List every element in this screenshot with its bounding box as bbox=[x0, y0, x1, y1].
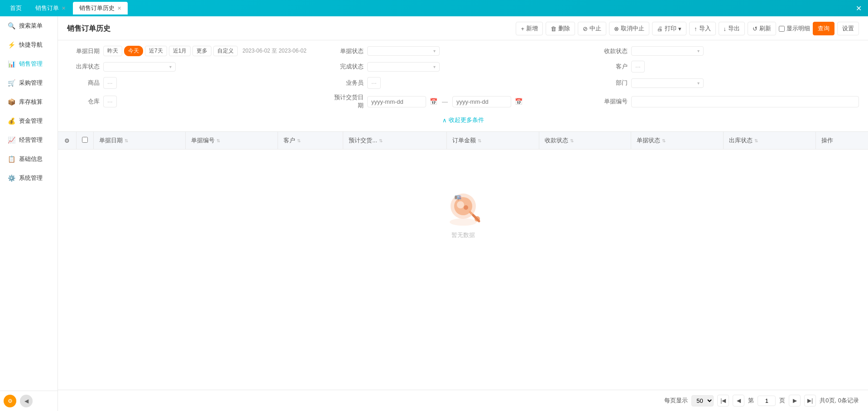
sidebar-item-operations[interactable]: 📈 经营管理 bbox=[0, 131, 58, 150]
delete-icon: 🗑 bbox=[551, 25, 556, 32]
per-page-select[interactable]: 50 bbox=[691, 395, 714, 406]
bill-status-control: ▾ bbox=[367, 46, 595, 56]
quicknav-icon: ⚡ bbox=[7, 41, 15, 49]
import-button[interactable]: ↑ 导入 bbox=[689, 22, 716, 35]
last-page-btn[interactable]: ▶| bbox=[804, 395, 816, 406]
add-icon: + bbox=[521, 25, 524, 32]
col-customer-sort[interactable]: 客户 ⇅ bbox=[283, 136, 337, 145]
empty-illustration: 📭 bbox=[441, 186, 486, 231]
date-1month-btn[interactable]: 近1月 bbox=[169, 46, 191, 56]
sidebar-item-basic-info[interactable]: 📋 基础信息 bbox=[0, 150, 58, 169]
page-title: 销售订单历史 bbox=[67, 24, 110, 34]
sidebar-item-purchase[interactable]: 🛒 采购管理 bbox=[0, 73, 58, 92]
first-page-btn[interactable]: |◀ bbox=[717, 395, 729, 406]
warehouse-dots-btn[interactable]: ··· bbox=[103, 96, 117, 107]
sidebar-item-sales[interactable]: 📊 销售管理 bbox=[0, 54, 58, 73]
setting-button[interactable]: 设置 bbox=[837, 22, 859, 35]
window-close-icon[interactable]: ✕ bbox=[853, 4, 864, 13]
stop-button[interactable]: ⊘ 中止 bbox=[578, 22, 606, 35]
col-customer: 客户 ⇅ bbox=[278, 132, 343, 150]
svg-point-0 bbox=[450, 218, 477, 226]
col-delivery-sort[interactable]: 预计交货... ⇅ bbox=[349, 136, 441, 145]
col-number-sort[interactable]: 单据编号 ⇅ bbox=[191, 136, 272, 145]
refresh-button[interactable]: ↺ 刷新 bbox=[748, 22, 776, 35]
col-date-sort[interactable]: 单据日期 ⇅ bbox=[99, 136, 180, 145]
display-detail-checkbox[interactable] bbox=[779, 26, 785, 32]
search-button[interactable]: 查询 bbox=[813, 22, 834, 35]
print-icon: 🖨 bbox=[657, 25, 663, 32]
delivery-date-end[interactable] bbox=[452, 96, 511, 107]
col-amount: 订单金额 ⇅ bbox=[446, 132, 539, 150]
empty-state-row: 📭 暂无数据 bbox=[58, 150, 868, 276]
pagination-bar: 每页显示 50 |◀ ◀ 第 页 ▶ ▶| 共0页, 0条记录 bbox=[58, 390, 868, 411]
delivery-date-start[interactable] bbox=[367, 96, 426, 107]
pay-status-arrow-icon: ▾ bbox=[697, 48, 700, 53]
delivery-date-control: 📅 — 📅 bbox=[367, 96, 595, 107]
sidebar-item-search[interactable]: 🔍 搜索菜单 bbox=[0, 16, 58, 35]
goods-dots-btn[interactable]: ··· bbox=[103, 77, 117, 89]
main-layout: 🔍 搜索菜单 ⚡ 快捷导航 📊 销售管理 🛒 采购管理 📦 库存核算 💰 资金管… bbox=[0, 16, 868, 411]
col-date: 单据日期 ⇅ bbox=[93, 132, 186, 150]
table-settings-icon[interactable]: ⚙ bbox=[64, 137, 70, 144]
pay-status-select[interactable]: ▾ bbox=[631, 46, 704, 56]
date-more-btn[interactable]: 更多 bbox=[192, 46, 211, 56]
bill-status-select[interactable]: ▾ bbox=[367, 46, 440, 56]
sidebar-collapse-btn[interactable]: ◀ bbox=[20, 395, 33, 407]
sidebar-item-quicknav[interactable]: ⚡ 快捷导航 bbox=[0, 35, 58, 54]
table-area: ⚙ 单据日期 ⇅ 单据编号 bbox=[58, 132, 868, 390]
date-custom-btn[interactable]: 自定义 bbox=[213, 46, 238, 56]
col-delivery-sort-icon: ⇅ bbox=[379, 138, 383, 143]
tab-home[interactable]: 首页 bbox=[4, 2, 28, 15]
prev-page-btn[interactable]: ◀ bbox=[733, 395, 744, 406]
close-tab-sales-order[interactable]: ✕ bbox=[62, 5, 66, 11]
salesperson-control: ··· bbox=[367, 77, 595, 89]
page-header: 销售订单历史 + 新增 🗑 删除 ⊘ 中止 ⊗ bbox=[58, 16, 868, 40]
out-stock-select[interactable]: ▾ bbox=[103, 62, 176, 72]
calendar-start-icon[interactable]: 📅 bbox=[430, 98, 437, 105]
goods-control: ··· bbox=[103, 77, 331, 89]
data-table: ⚙ 单据日期 ⇅ 单据编号 bbox=[58, 132, 868, 276]
col-action: 操作 bbox=[815, 132, 868, 150]
tab-sales-order[interactable]: 销售订单 ✕ bbox=[29, 2, 72, 15]
col-amount-sort[interactable]: 订单金额 ⇅ bbox=[452, 136, 533, 145]
refresh-icon: ↺ bbox=[753, 25, 758, 32]
col-out-stock-sort[interactable]: 出库状态 ⇅ bbox=[729, 136, 810, 145]
salesperson-label: 业务员 bbox=[331, 79, 367, 87]
cancel-stop-button[interactable]: ⊗ 取消中止 bbox=[609, 22, 649, 35]
delivery-label: 预计交货日期 bbox=[331, 93, 367, 110]
out-stock-control: ▾ bbox=[103, 62, 331, 72]
close-tab-sales-order-history[interactable]: ✕ bbox=[117, 5, 121, 11]
add-button[interactable]: + 新增 bbox=[516, 22, 543, 35]
order-no-input[interactable] bbox=[631, 96, 859, 107]
empty-state: 📭 暂无数据 bbox=[58, 150, 868, 276]
sidebar-item-system[interactable]: ⚙️ 系统管理 bbox=[0, 169, 58, 188]
top-bar-right: ✕ bbox=[853, 4, 864, 13]
salesperson-dots-btn[interactable]: ··· bbox=[367, 77, 381, 89]
per-page-label: 每页显示 bbox=[664, 396, 688, 405]
col-bill-status-sort[interactable]: 单据状态 ⇅ bbox=[637, 136, 718, 145]
sidebar-item-inventory[interactable]: 📦 库存核算 bbox=[0, 92, 58, 111]
print-button[interactable]: 🖨 打印 ▾ bbox=[652, 22, 686, 35]
complete-select[interactable]: ▾ bbox=[367, 62, 440, 72]
collapse-row[interactable]: ∧ 收起更多条件 bbox=[67, 114, 859, 126]
delete-button[interactable]: 🗑 删除 bbox=[546, 22, 575, 35]
tab-sales-order-history[interactable]: 销售订单历史 ✕ bbox=[73, 2, 128, 15]
customer-dots-btn[interactable]: ··· bbox=[631, 61, 645, 73]
calendar-end-icon[interactable]: 📅 bbox=[515, 98, 523, 105]
complete-label: 完成状态 bbox=[331, 63, 367, 71]
page-number-input[interactable] bbox=[758, 396, 776, 406]
date-yesterday-btn[interactable]: 昨天 bbox=[103, 46, 122, 56]
pay-status-label: 收款状态 bbox=[595, 47, 631, 55]
sidebar-item-finance[interactable]: 💰 资金管理 bbox=[0, 111, 58, 131]
col-pay-status-sort[interactable]: 收款状态 ⇅ bbox=[545, 136, 626, 145]
next-page-btn[interactable]: ▶ bbox=[789, 395, 801, 406]
export-button[interactable]: ↓ 导出 bbox=[719, 22, 745, 35]
sidebar-settings-btn[interactable]: ⚙ bbox=[4, 395, 16, 407]
date-7days-btn[interactable]: 近7天 bbox=[145, 46, 167, 56]
col-bill-status-sort-icon: ⇅ bbox=[662, 138, 666, 143]
select-all-checkbox[interactable] bbox=[82, 137, 88, 143]
date-today-btn[interactable]: 今天 bbox=[124, 46, 143, 56]
dept-select[interactable]: ▾ bbox=[631, 78, 704, 88]
customer-label: 客户 bbox=[595, 63, 631, 71]
basic-info-icon: 📋 bbox=[7, 155, 15, 163]
